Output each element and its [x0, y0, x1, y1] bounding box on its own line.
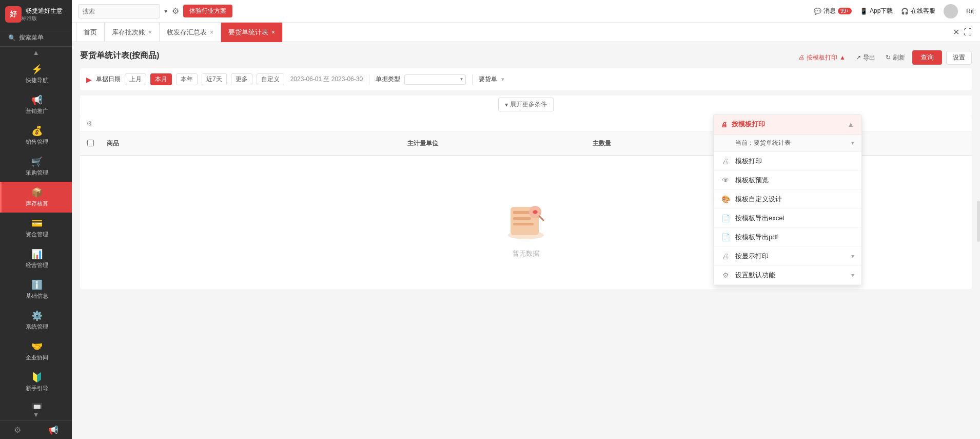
dropdown-current-template[interactable]: 当前：要货单统计表 ▾: [714, 135, 861, 152]
sidebar-item-basic[interactable]: ℹ️ 基础信息: [0, 274, 72, 305]
sidebar-scroll-down[interactable]: ▼: [0, 409, 72, 421]
filter-divider2: [472, 74, 473, 85]
empty-text: 暂无数据: [513, 249, 539, 258]
printer-icon: 🖨: [798, 54, 805, 61]
select-all-checkbox[interactable]: [87, 140, 94, 146]
window-close-icon[interactable]: ✕: [953, 27, 959, 37]
dropdown-item-display-print[interactable]: 🖨 按显示打印 ▾: [714, 247, 861, 266]
filter-type2-dropdown-icon[interactable]: ▾: [501, 76, 504, 83]
dropdown-chevron-up-icon[interactable]: ▲: [847, 120, 854, 128]
collab-icon: 🤝: [31, 341, 43, 352]
speaker-bottom-icon[interactable]: 📢: [48, 425, 58, 435]
default-fn-icon: ⚙: [721, 271, 730, 279]
sidebar-item-operations[interactable]: 📊 经营管理: [0, 243, 72, 274]
date-btn-this-year[interactable]: 本年: [176, 73, 198, 85]
sidebar-nav: ⚡ 快捷导航 📢 营销推广 💰 销售管理 🛒 采购管理 📦 库存核算 💳 资金管…: [0, 59, 72, 409]
app-logo-icon: 好: [5, 6, 22, 23]
sidebar-item-finance[interactable]: 💳 资金管理: [0, 213, 72, 243]
message-badge: 99+: [838, 8, 852, 14]
dropdown-item-tpl-preview[interactable]: 👁 模板板预览: [714, 171, 861, 190]
window-maximize-icon[interactable]: ⛶: [964, 28, 972, 37]
dropdown-item-default-fn[interactable]: ⚙ 设置默认功能 ▾: [714, 266, 861, 285]
date-btn-custom[interactable]: 自定义: [257, 73, 284, 85]
dropdown-item-tpl-custom[interactable]: 🎨 模板自定义设计: [714, 190, 861, 209]
sidebar-search[interactable]: 🔍 搜索菜单: [0, 29, 72, 47]
date-btn-7days[interactable]: 近7天: [202, 73, 227, 85]
user-avatar[interactable]: [944, 4, 958, 18]
date-btn-more[interactable]: 更多: [231, 73, 252, 85]
content-area: 要货单统计表(按商品) 🖨 按模板打印 ▲ ↗ 导出 ↻ 刷新 查询 设置: [72, 42, 980, 439]
date-btn-last-month[interactable]: 上月: [125, 73, 146, 85]
tab-inventory-batch[interactable]: 库存批次账 ×: [105, 23, 160, 42]
sidebar-item-sales[interactable]: 💰 销售管理: [0, 120, 72, 151]
sidebar-scroll-up[interactable]: ▲: [0, 47, 72, 59]
dropdown-item-tpl-pdf[interactable]: 📄 按模板导出pdf: [714, 228, 861, 247]
tab-close-receipt-summary[interactable]: ×: [210, 29, 213, 36]
filter-type-select[interactable]: [404, 74, 466, 85]
sidebar-bottom: ⚙ 📢: [0, 421, 72, 439]
print-template-dropdown: 🖨 按模板打印 ▲ 当前：要货单统计表 ▾ 🖨 模板打印 👁 模板板预览 🎨 模…: [713, 114, 862, 285]
query-button[interactable]: 查询: [912, 50, 942, 65]
sidebar-item-quick-nav[interactable]: ⚡ 快捷导航: [0, 59, 72, 89]
username-label[interactable]: Rit: [966, 8, 974, 15]
date-btn-this-month[interactable]: 本月: [150, 73, 172, 85]
sidebar-item-marketing[interactable]: 📢 营销推广: [0, 89, 72, 120]
right-scrollbar[interactable]: [977, 201, 980, 242]
refresh-button[interactable]: ↻ 刷新: [883, 51, 908, 64]
current-template-arrow: ▾: [851, 140, 854, 146]
svg-point-6: [533, 210, 537, 214]
topbar-search-input[interactable]: [78, 4, 160, 18]
sales-icon: 💰: [31, 125, 43, 137]
sidebar-item-system[interactable]: ⚙️ 系统管理: [0, 305, 72, 336]
tab-home[interactable]: 首页: [76, 23, 105, 42]
quick-nav-icon: ⚡: [31, 64, 43, 75]
dropdown-header[interactable]: 🖨 按模板打印 ▲: [714, 114, 861, 135]
dropdown-header-title: 🖨 按模板打印: [721, 120, 765, 129]
filter-type-select-wrap: [404, 74, 466, 85]
col-header-unit: 主计量单位: [401, 136, 586, 151]
sidebar-item-apps[interactable]: 🔲 应用中心: [0, 397, 72, 409]
svg-line-7: [539, 216, 543, 220]
tab-receipt-summary[interactable]: 收发存汇总表 ×: [160, 23, 221, 42]
window-controls: ✕ ⛶: [953, 27, 976, 37]
settings-button[interactable]: 设置: [946, 51, 972, 65]
col-header-product: 商品: [101, 136, 401, 151]
messages-button[interactable]: 💬 消息 99+: [814, 7, 852, 15]
sidebar-item-guide[interactable]: 🔰 新手引导: [0, 367, 72, 397]
tpl-pdf-icon: 📄: [721, 233, 730, 241]
filter-expand-icon[interactable]: ▶: [86, 75, 92, 84]
marketing-icon: 📢: [31, 94, 43, 106]
filter-bar: ▶ 单据日期 上月 本月 本年 近7天 更多 自定义 2023-06-01 至 …: [80, 68, 972, 90]
print-template-button[interactable]: 🖨 按模板打印 ▲: [795, 51, 849, 64]
tab-close-requisition-stats[interactable]: ×: [271, 29, 275, 36]
dropdown-item-tpl-print[interactable]: 🖨 模板打印: [714, 152, 861, 171]
topbar-right: 💬 消息 99+ 📱 App下载 🎧 在线客服 Rit: [814, 4, 974, 18]
export-button[interactable]: ↗ 导出: [853, 51, 878, 64]
sidebar-item-purchase[interactable]: 🛒 采购管理: [0, 151, 72, 182]
trial-button[interactable]: 体验行业方案: [183, 5, 232, 17]
operations-icon: 📊: [31, 249, 43, 260]
filter-divider: [369, 74, 369, 85]
tpl-preview-icon: 👁: [721, 176, 730, 184]
tab-requisition-stats[interactable]: 要货单统计表 ×: [221, 23, 283, 42]
phone-icon: 📱: [860, 8, 868, 15]
sidebar-logo: 好 畅捷通好生意 标准版: [0, 0, 72, 29]
topbar-gear-icon[interactable]: ⚙: [172, 6, 179, 16]
sidebar-item-collab[interactable]: 🤝 企业协同: [0, 336, 72, 367]
empty-illustration: [500, 197, 552, 243]
tabs-bar: 首页 库存批次账 × 收发存汇总表 × 要货单统计表 × ✕ ⛶: [72, 23, 980, 42]
topbar-dropdown-arrow[interactable]: ▾: [164, 7, 168, 15]
expand-more-button[interactable]: ▾ 展开更多条件: [498, 98, 554, 111]
display-print-icon: 🖨: [721, 252, 730, 260]
tab-close-inventory-batch[interactable]: ×: [148, 29, 152, 36]
svg-rect-4: [513, 223, 534, 225]
settings-bottom-icon[interactable]: ⚙: [14, 425, 21, 435]
table-gear-icon[interactable]: ⚙: [86, 120, 92, 127]
dropdown-item-tpl-excel[interactable]: 📄 按模板导出excel: [714, 209, 861, 228]
chevron-down-icon: ▾: [505, 101, 508, 108]
default-fn-arrow: ▾: [851, 272, 854, 279]
sidebar-item-inventory[interactable]: 📦 库存核算: [0, 182, 72, 213]
online-service-button[interactable]: 🎧 在线客服: [901, 7, 935, 15]
app-download-button[interactable]: 📱 App下载: [860, 7, 893, 15]
inventory-icon: 📦: [31, 187, 43, 198]
